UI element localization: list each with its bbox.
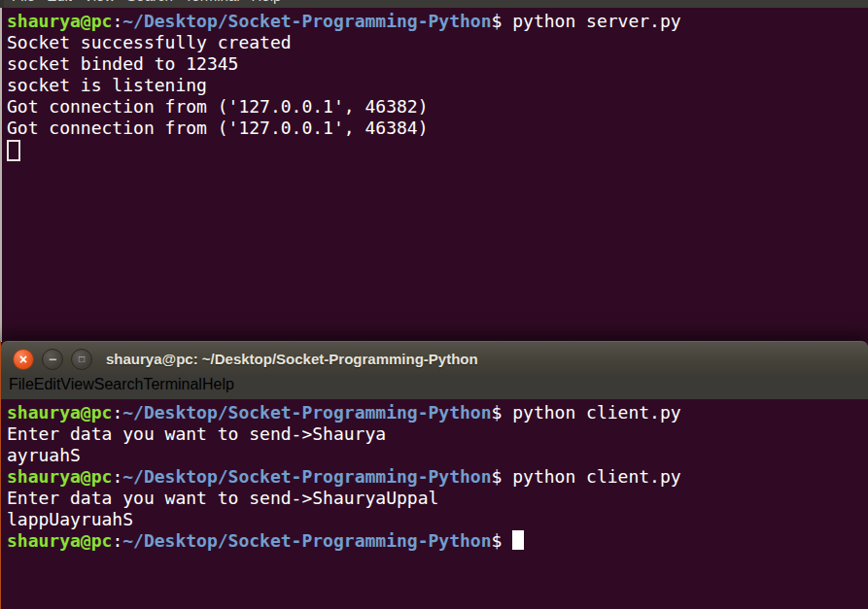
menu-help[interactable]: Help	[202, 376, 234, 399]
menu-view[interactable]: View	[78, 0, 121, 8]
terminal-prompt-line: shaurya@pc:~/Desktop/Socket-Programming-…	[7, 530, 868, 552]
minimize-icon: −	[49, 353, 56, 366]
terminal-cursor-unfocused	[7, 140, 20, 161]
titlebar[interactable]: × − □ shaurya@pc: ~/Desktop/Socket-Progr…	[1, 341, 868, 376]
prompt-path: ~/Desktop/Socket-Programming-Python	[122, 530, 491, 551]
menu-search[interactable]: Search	[94, 376, 144, 399]
window-title: shaurya@pc: ~/Desktop/Socket-Programming…	[106, 351, 478, 367]
menu-file[interactable]: File	[9, 376, 34, 399]
command-text: python client.py	[512, 466, 680, 487]
terminal-output-line: ayruahS	[7, 445, 868, 466]
server-window-menubar-clipped: File Edit View Search Terminal Help	[0, 0, 868, 8]
prompt-user: shaurya@pc	[7, 11, 112, 31]
prompt-path: ~/Desktop/Socket-Programming-Python	[122, 402, 491, 423]
prompt-colon: :	[112, 466, 122, 487]
terminal-output-line: Socket successfully created	[7, 32, 866, 53]
prompt-dollar: $	[492, 530, 513, 551]
terminal-cursor-focused	[512, 530, 524, 550]
terminal-output-line: lappUayruahS	[7, 509, 868, 530]
server-terminal-viewport[interactable]: shaurya@pc:~/Desktop/Socket-Programming-…	[0, 8, 866, 342]
terminal-output-line: Enter data you want to send->ShauryaUppa…	[7, 488, 868, 509]
prompt-colon: :	[112, 530, 122, 551]
minimize-button[interactable]: −	[42, 349, 63, 370]
prompt-path: ~/Desktop/Socket-Programming-Python	[122, 466, 491, 487]
menu-search[interactable]: Search	[121, 0, 179, 8]
menu-terminal[interactable]: Terminal	[179, 0, 246, 8]
menu-help[interactable]: Help	[246, 0, 288, 8]
terminal-output-line: socket is listening	[7, 75, 866, 96]
client-terminal-window: × − □ shaurya@pc: ~/Desktop/Socket-Progr…	[0, 341, 868, 609]
menu-file[interactable]: File	[12, 0, 41, 8]
command-text: python client.py	[512, 402, 680, 423]
menubar-items: File Edit View Search Terminal Help	[4, 0, 287, 8]
terminal-prompt-line: shaurya@pc:~/Desktop/Socket-Programming-…	[7, 466, 868, 488]
prompt-dollar: $	[492, 466, 513, 487]
prompt-path: ~/Desktop/Socket-Programming-Python	[122, 11, 491, 31]
prompt-user: shaurya@pc	[7, 402, 112, 423]
prompt-colon: :	[112, 402, 122, 423]
client-window-menubar: File Edit View Search Terminal Help	[1, 376, 868, 399]
terminal-output-line: Got connection from ('127.0.0.1', 46382)	[7, 96, 866, 118]
terminal-prompt-line: shaurya@pc:~/Desktop/Socket-Programming-…	[7, 11, 866, 32]
terminal-output-line: Got connection from ('127.0.0.1', 46384)	[7, 118, 866, 139]
prompt-colon: :	[112, 11, 122, 31]
menu-terminal[interactable]: Terminal	[143, 376, 201, 399]
maximize-button[interactable]: □	[71, 349, 92, 370]
menu-edit[interactable]: Edit	[41, 0, 78, 8]
menu-edit[interactable]: Edit	[34, 376, 61, 399]
terminal-output-line: socket binded to 12345	[7, 53, 866, 75]
menu-view[interactable]: View	[60, 376, 93, 399]
desktop: File Edit View Search Terminal Help shau…	[0, 0, 868, 609]
command-text: python server.py	[512, 11, 680, 31]
prompt-dollar: $	[492, 11, 513, 31]
close-button[interactable]: ×	[13, 349, 34, 370]
client-terminal-viewport[interactable]: shaurya@pc:~/Desktop/Socket-Programming-…	[1, 400, 868, 609]
prompt-dollar: $	[492, 402, 513, 423]
terminal-cursor-line	[7, 139, 866, 160]
terminal-prompt-line: shaurya@pc:~/Desktop/Socket-Programming-…	[7, 402, 868, 423]
close-icon: ×	[19, 353, 27, 366]
terminal-output-line: Enter data you want to send->Shaurya	[7, 423, 868, 445]
prompt-user: shaurya@pc	[7, 466, 112, 487]
prompt-user: shaurya@pc	[7, 530, 112, 551]
maximize-icon: □	[79, 355, 85, 364]
